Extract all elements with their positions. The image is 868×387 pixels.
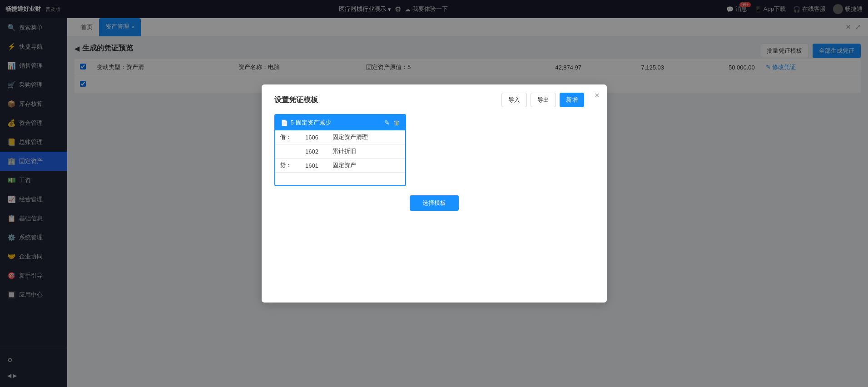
entry-debit-1 — [382, 130, 394, 144]
entry-credit-1 — [394, 130, 405, 144]
entry-debit-2 — [382, 144, 394, 159]
entry-credit-3 — [394, 159, 405, 173]
template-name: 5-固定资产减少 — [291, 119, 332, 127]
template-entry-row-2: 1602 累计折旧 — [275, 144, 405, 159]
entry-subject-1: 固定资产清理 — [328, 130, 382, 144]
modal-body: 📄 5-固定资产减少 ✎ 🗑 借： 1606 固定资产清理 — [274, 114, 594, 211]
template-card-header: 📄 5-固定资产减少 ✎ 🗑 — [275, 115, 405, 130]
entry-code-2: 1602 — [301, 144, 328, 159]
entry-subject-3: 固定资产 — [328, 159, 382, 173]
modal-overlay[interactable]: 设置凭证模板 导入 导出 新增 × 📄 5-固定资产减少 ✎ 🗑 — [0, 0, 868, 387]
entry-type-2 — [275, 144, 301, 159]
template-doc-icon: 📄 — [281, 119, 288, 126]
template-card-body: 借： 1606 固定资产清理 1602 累计折旧 — [275, 130, 405, 185]
template-delete-icon[interactable]: 🗑 — [393, 119, 400, 126]
template-header-left: 📄 5-固定资产减少 — [281, 119, 332, 127]
template-entry-row: 借： 1606 固定资产清理 — [275, 130, 405, 144]
import-btn[interactable]: 导入 — [501, 93, 527, 107]
entry-subject-2: 累计折旧 — [328, 144, 382, 159]
template-header-right: ✎ 🗑 — [384, 119, 400, 126]
template-edit-icon[interactable]: ✎ — [384, 119, 390, 126]
modal-actions: 导入 导出 新增 — [501, 93, 584, 107]
select-template-btn[interactable]: 选择模板 — [410, 195, 459, 211]
template-card: 📄 5-固定资产减少 ✎ 🗑 借： 1606 固定资产清理 — [274, 114, 406, 186]
modal-close-btn[interactable]: × — [595, 91, 600, 100]
entry-code-3: 1601 — [301, 159, 328, 173]
export-btn[interactable]: 导出 — [531, 93, 556, 107]
entry-debit-3 — [382, 159, 394, 173]
template-entries-table: 借： 1606 固定资产清理 1602 累计折旧 — [275, 130, 405, 185]
modal-dialog: 设置凭证模板 导入 导出 新增 × 📄 5-固定资产减少 ✎ 🗑 — [262, 84, 607, 303]
entry-type-1: 借： — [275, 130, 301, 144]
template-entry-empty — [275, 173, 405, 185]
template-entry-row-3: 贷： 1601 固定资产 — [275, 159, 405, 173]
entry-credit-2 — [394, 144, 405, 159]
new-btn[interactable]: 新增 — [560, 93, 584, 107]
entry-code-1: 1606 — [301, 130, 328, 144]
entry-type-3: 贷： — [275, 159, 301, 173]
